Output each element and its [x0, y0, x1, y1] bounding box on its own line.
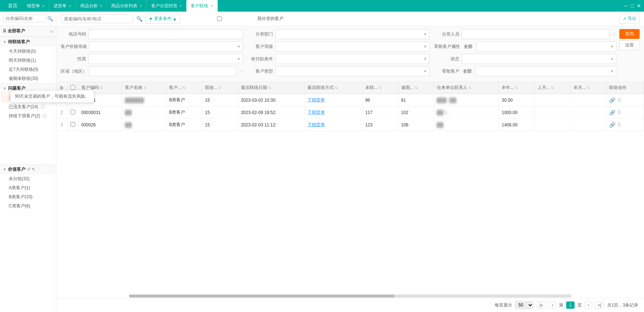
link-icon-0[interactable]: 🔗	[609, 97, 615, 103]
close-analysis-tab[interactable]: ×	[100, 4, 102, 8]
row-contact-person-2: ██	[434, 119, 499, 131]
my-customers-check[interactable]	[183, 16, 256, 21]
per-page-select[interactable]: 50 100 200	[515, 301, 534, 309]
col-contact-person[interactable]: 往来单位联系人⇅	[434, 82, 499, 94]
row-this-year-2: 1408.00	[499, 119, 535, 131]
tab-customer-contact[interactable]: 客户联络 ×	[186, 0, 217, 12]
more-icon[interactable]: ···	[613, 32, 616, 37]
dept-select[interactable]: ▾	[275, 29, 430, 39]
sidebar-item-class-b[interactable]: B类客户(33)	[1, 193, 56, 202]
row-action-0[interactable]: 🔗 ⠿	[606, 94, 644, 106]
close-customer-contact-tab[interactable]: ×	[210, 4, 213, 8]
close-sales-tab[interactable]: ×	[42, 4, 44, 8]
close-customer-tier-tab[interactable]: ×	[180, 4, 182, 8]
row-this-month-1	[570, 106, 606, 119]
sidebar-section-value[interactable]: ▼ 价值客户 ↺ ✎	[0, 164, 56, 174]
row-last-date-0: 2023-03-02 10:30:	[238, 94, 304, 106]
last-page-btn[interactable]: »|	[595, 301, 604, 309]
sidebar-item-tomorrow[interactable]: 明天待联络(1)	[1, 56, 56, 65]
tab-sales[interactable]: 销货单 ×	[23, 0, 49, 12]
edit-icon[interactable]: ✎	[32, 167, 35, 172]
close-btn[interactable]: ✕	[637, 3, 641, 9]
tab-customer-tier[interactable]: 客户分层经营 ×	[147, 0, 186, 12]
close-purchase-tab[interactable]: ×	[69, 4, 71, 8]
more-action-icon-1[interactable]: ⠿	[617, 110, 621, 116]
next-page-btn[interactable]: ›	[585, 301, 592, 309]
tab-analysis[interactable]: 商品分析 ×	[76, 0, 107, 12]
manager-input[interactable]	[462, 29, 610, 39]
customer-level-select[interactable]: ▾	[275, 41, 430, 52]
sidebar-item-churned[interactable]: 已流失客户(24) ⓘ	[1, 102, 56, 112]
row-last-method-0[interactable]: 下销货单	[304, 94, 362, 106]
col-last-month[interactable]: 上月...⇅	[535, 82, 571, 94]
sidebar-item-today[interactable]: 今天待联络(0)	[1, 47, 56, 56]
region-more-icon[interactable]: ···	[240, 69, 243, 74]
col-type[interactable]: 客户...⇅	[166, 82, 202, 94]
col-unlisted[interactable]: 未联...⇅	[362, 82, 398, 94]
row-last-method-2[interactable]: 下销货单	[304, 119, 362, 131]
settings-button[interactable]: 设置	[619, 40, 640, 50]
my-customers-checkbox[interactable]: 我分管的客户	[183, 16, 283, 22]
col-last-date[interactable]: 最后联络日期⇅	[238, 82, 304, 94]
status-select[interactable]: ▾	[462, 54, 616, 64]
phone-input[interactable]	[88, 29, 243, 39]
sidebar-section-pending[interactable]: ▼ 待联络客户	[0, 37, 56, 47]
row-contact-2: 15	[202, 119, 238, 131]
zero-customer-select[interactable]: ▾	[475, 66, 616, 76]
link-icon-1[interactable]: 🔗	[609, 110, 615, 116]
payment-select[interactable]: ▾	[275, 54, 430, 64]
tab-home[interactable]: 首页	[3, 0, 23, 12]
col-overdue[interactable]: 逾期...⇅	[398, 82, 434, 94]
customer-type-select[interactable]: ▾	[275, 66, 430, 76]
col-contact[interactable]: 联络...⇅	[202, 82, 238, 94]
refresh-icon[interactable]: ↺	[27, 167, 30, 172]
row-contact-person-0: ███ 1██.	[434, 94, 499, 106]
query-button[interactable]: 查询	[619, 29, 640, 39]
more-action-icon-2[interactable]: ⠿	[617, 122, 621, 128]
region-input[interactable]	[89, 66, 237, 76]
search-input[interactable]	[61, 15, 133, 23]
col-this-year[interactable]: 本年...⇅	[499, 82, 535, 94]
prev-page-btn[interactable]: ‹	[549, 301, 556, 309]
row-unlisted-2: 123	[362, 119, 398, 131]
minimize-btn[interactable]: ─	[624, 3, 628, 9]
export-btn[interactable]: ↗ 导出	[619, 14, 640, 24]
row-action-1[interactable]: 🔗 ⠿	[606, 106, 644, 119]
row-checkbox-2[interactable]	[67, 119, 78, 131]
maximize-btn[interactable]: □	[631, 3, 634, 9]
sidebar-search-input[interactable]	[3, 15, 46, 23]
sidebar-item-overdue[interactable]: 逾期未联络(30)	[1, 74, 56, 83]
sidebar-item-class-c[interactable]: C类客户(6)	[1, 202, 56, 211]
row-num-2: 3	[56, 119, 67, 131]
more-action-icon-0[interactable]: ⠿	[617, 97, 621, 103]
col-last-method[interactable]: 最后联络方式⇅	[304, 82, 362, 94]
row-name-2: ██	[122, 119, 166, 131]
close-analysis-list-tab[interactable]: ×	[140, 4, 142, 8]
tab-purchase[interactable]: 进货单 ×	[49, 0, 76, 12]
search-submit-icon[interactable]: 🔍	[136, 16, 142, 22]
scrollbar-thumb[interactable]	[129, 295, 394, 297]
sidebar-item-7days[interactable]: 近7天待联络(0)	[1, 65, 56, 74]
row-action-2[interactable]: 🔗 ⠿	[606, 119, 644, 131]
current-page-btn[interactable]: 1	[566, 301, 575, 309]
sidebar-item-declining[interactable]: 持续下滑客户(2) ⓘ	[1, 112, 56, 121]
row-checkbox-1[interactable]	[67, 106, 78, 119]
horizontal-scrollbar[interactable]	[129, 294, 571, 298]
filter-dept: 分管部门 ▾	[247, 29, 430, 39]
price-level-select[interactable]: ▾	[89, 41, 243, 52]
sidebar-item-class-a[interactable]: A类客户(1)	[1, 183, 56, 193]
sidebar-collapse-btn[interactable]: «	[50, 28, 53, 34]
first-page-btn[interactable]: |«	[536, 301, 546, 309]
col-this-month[interactable]: 本月...⇅	[570, 82, 606, 94]
more-conditions-btn[interactable]: ▼ 更多条件 ▲	[145, 14, 180, 24]
sidebar-item-ungroup[interactable]: 未分组(32)	[1, 174, 56, 183]
zero-attr-select[interactable]: ▾	[476, 41, 616, 52]
link-icon-2[interactable]: 🔗	[609, 122, 615, 128]
tab-analysis-list[interactable]: 商品分析列表 ×	[107, 0, 146, 12]
row-this-year-0: 30.00	[499, 94, 535, 106]
gender-select[interactable]: ▾	[88, 54, 243, 64]
col-name[interactable]: 客户名称⇅	[122, 82, 166, 94]
row-last-method-1[interactable]: 下销货单	[304, 106, 362, 119]
select-all-checkbox[interactable]	[71, 85, 75, 90]
filter-manager: 分管人员 ···	[434, 29, 616, 39]
